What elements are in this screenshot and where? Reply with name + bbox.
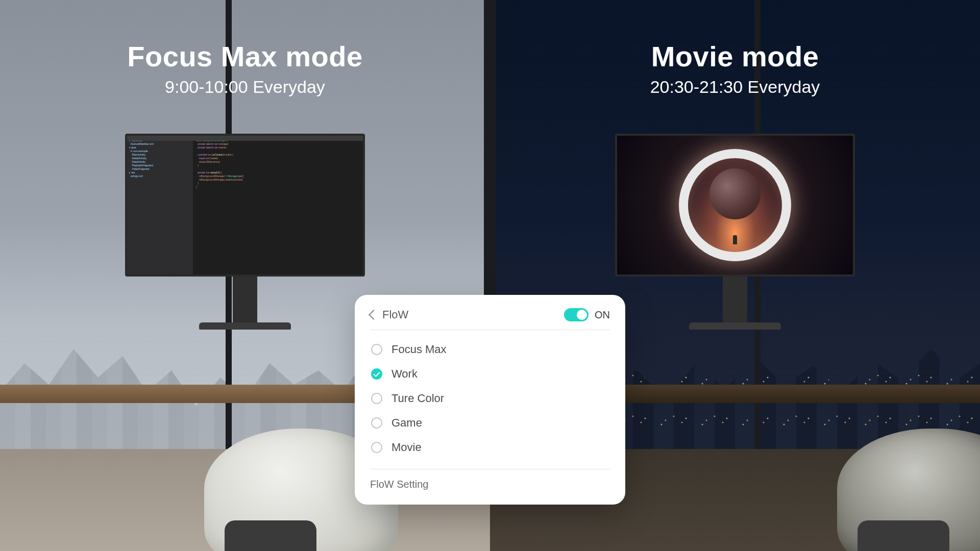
option-label: Ture Color bbox=[391, 392, 444, 405]
option-label: Focus Max bbox=[391, 343, 447, 356]
flow-option-true-color[interactable]: Ture Color bbox=[370, 386, 610, 411]
option-label: Work bbox=[391, 367, 418, 381]
monitor-base bbox=[199, 322, 291, 330]
radio-icon bbox=[371, 393, 382, 404]
radio-checked-icon bbox=[371, 368, 382, 380]
flow-setting-link[interactable]: FloW Setting bbox=[370, 469, 610, 490]
monitor-base bbox=[689, 322, 781, 330]
astronaut-icon bbox=[733, 235, 737, 244]
flow-panel-title: FloW bbox=[382, 308, 408, 321]
flow-settings-panel: FloW ON Focus Max Work Ture Color Game M… bbox=[355, 295, 625, 505]
radio-icon bbox=[371, 417, 382, 429]
flow-option-work[interactable]: Work bbox=[370, 362, 610, 386]
monitor-stand bbox=[723, 277, 747, 322]
planet-icon bbox=[709, 168, 761, 219]
chair bbox=[837, 429, 980, 551]
flow-option-movie[interactable]: Movie bbox=[370, 435, 610, 460]
flow-options-list: Focus Max Work Ture Color Game Movie bbox=[370, 330, 610, 469]
left-mode-subtitle: 9:00-10:00 Everyday bbox=[127, 77, 362, 97]
flow-option-game[interactable]: Game bbox=[370, 411, 610, 435]
flow-panel-header: FloW ON bbox=[370, 308, 610, 330]
right-mode-header: Movie mode 20:30-21:30 Everyday bbox=[650, 40, 820, 97]
radio-icon bbox=[371, 442, 382, 453]
left-mode-header: Focus Max mode 9:00-10:00 Everyday bbox=[127, 40, 362, 97]
flow-option-focus-max[interactable]: Focus Max bbox=[370, 337, 610, 362]
right-monitor-screen-movie bbox=[615, 134, 855, 277]
monitor-stand bbox=[233, 277, 257, 322]
back-icon[interactable] bbox=[369, 310, 379, 320]
left-monitor-screen-code-editor: ▸ manifests AndroidManifest.xml ▾ java ▾… bbox=[125, 134, 365, 277]
flow-toggle[interactable] bbox=[564, 308, 589, 321]
left-monitor: ▸ manifests AndroidManifest.xml ▾ java ▾… bbox=[125, 134, 365, 330]
radio-icon bbox=[371, 344, 382, 355]
option-label: Game bbox=[391, 416, 422, 430]
flow-toggle-label: ON bbox=[595, 309, 610, 321]
option-label: Movie bbox=[391, 441, 422, 454]
right-mode-title: Movie mode bbox=[650, 40, 820, 73]
right-mode-subtitle: 20:30-21:30 Everyday bbox=[650, 77, 820, 97]
left-mode-title: Focus Max mode bbox=[127, 40, 362, 73]
right-monitor bbox=[615, 134, 855, 330]
